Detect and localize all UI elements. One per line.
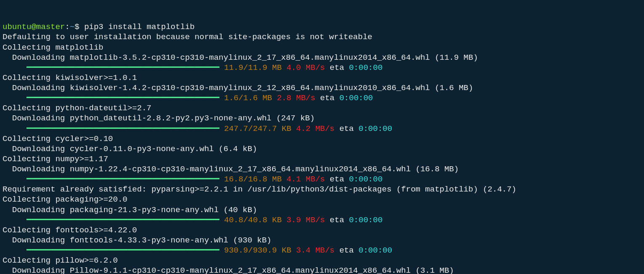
progress-line: ━━━━━━━━━━━━━━━━━━━━━━━━━━━━━━━━━━━━━━━━…	[3, 174, 641, 184]
progress-size: 930.9/930.9 KB	[224, 246, 291, 255]
progress-size: 40.8/40.8 KB	[224, 215, 282, 225]
eta-label: eta	[330, 215, 344, 225]
progress-line: ━━━━━━━━━━━━━━━━━━━━━━━━━━━━━━━━━━━━━━━━…	[3, 63, 641, 73]
output-line: Downloading numpy-1.22.4-cp310-cp310-man…	[3, 164, 641, 174]
progress-speed: 3.9 MB/s	[286, 215, 325, 225]
progress-line: ━━━━━━━━━━━━━━━━━━━━━━━━━━━━━━━━━━━━━━━━…	[3, 215, 641, 225]
progress-bar: ━━━━━━━━━━━━━━━━━━━━━━━━━━━━━━━━━━━━━━━━	[27, 246, 219, 255]
eta-label: eta	[320, 93, 334, 103]
output-line: Downloading cycler-0.11.0-py3-none-any.w…	[3, 144, 641, 154]
prompt-path: ~	[70, 22, 75, 32]
output-line: Collecting pillow>=6.2.0	[3, 255, 641, 266]
progress-line: ━━━━━━━━━━━━━━━━━━━━━━━━━━━━━━━━━━━━━━━━…	[3, 245, 641, 255]
output-line: Defaulting to user installation because …	[3, 32, 641, 42]
progress-bar: ━━━━━━━━━━━━━━━━━━━━━━━━━━━━━━━━━━━━━━━━	[27, 63, 219, 72]
output-line: Downloading Pillow-9.1.1-cp310-cp310-man…	[3, 266, 641, 274]
progress-speed: 4.1 MB/s	[286, 175, 325, 184]
terminal-output: ubuntu@master:~$ pip3 install matplotlib…	[3, 22, 641, 274]
progress-speed: 4.0 MB/s	[286, 63, 325, 72]
eta-value: 0:00:00	[358, 124, 392, 133]
output-line: Collecting numpy>=1.17	[3, 154, 641, 164]
eta-label: eta	[339, 246, 354, 255]
prompt-user: ubuntu	[3, 22, 31, 32]
progress-bar: ━━━━━━━━━━━━━━━━━━━━━━━━━━━━━━━━━━━━━━━━	[27, 93, 219, 103]
output-line: Collecting python-dateutil>=2.7	[3, 103, 641, 113]
output-line: Requirement already satisfied: pyparsing…	[3, 184, 641, 194]
progress-line: ━━━━━━━━━━━━━━━━━━━━━━━━━━━━━━━━━━━━━━━━…	[3, 124, 641, 134]
eta-label: eta	[330, 63, 344, 72]
progress-size: 247.7/247.7 KB	[224, 124, 291, 133]
eta-label: eta	[339, 124, 354, 133]
output-line: Collecting kiwisolver>=1.0.1	[3, 73, 641, 83]
eta-value: 0:00:00	[339, 93, 373, 103]
output-line: Downloading python_dateutil-2.8.2-py2.py…	[3, 113, 641, 123]
eta-value: 0:00:00	[349, 63, 382, 72]
progress-size: 11.9/11.9 MB	[224, 63, 282, 72]
eta-value: 0:00:00	[349, 175, 382, 184]
progress-size: 16.8/16.8 MB	[224, 175, 282, 184]
prompt-host: master	[36, 22, 65, 32]
prompt-dollar: $	[75, 22, 84, 32]
prompt-colon: :	[65, 22, 69, 32]
output-line: Collecting cycler>=0.10	[3, 134, 641, 144]
progress-bar: ━━━━━━━━━━━━━━━━━━━━━━━━━━━━━━━━━━━━━━━━	[27, 175, 219, 184]
progress-size: 1.6/1.6 MB	[224, 93, 272, 103]
command-text: pip3 install matplotlib	[84, 22, 195, 32]
output-line: Downloading matplotlib-3.5.2-cp310-cp310…	[3, 53, 641, 63]
output-line: Collecting fonttools>=4.22.0	[3, 225, 641, 235]
output-line: Downloading kiwisolver-1.4.2-cp310-cp310…	[3, 83, 641, 93]
output-line: Collecting matplotlib	[3, 43, 641, 53]
progress-line: ━━━━━━━━━━━━━━━━━━━━━━━━━━━━━━━━━━━━━━━━…	[3, 93, 641, 103]
eta-value: 0:00:00	[358, 246, 392, 255]
output-line: Downloading fonttools-4.33.3-py3-none-an…	[3, 235, 641, 245]
output-line: Collecting packaging>=20.0	[3, 194, 641, 205]
progress-speed: 2.8 MB/s	[277, 93, 315, 103]
progress-bar: ━━━━━━━━━━━━━━━━━━━━━━━━━━━━━━━━━━━━━━━━	[27, 215, 219, 225]
prompt-line[interactable]: ubuntu@master:~$ pip3 install matplotlib	[3, 22, 641, 32]
output-line: Downloading packaging-21.3-py3-none-any.…	[3, 205, 641, 215]
eta-label: eta	[330, 175, 344, 184]
progress-bar: ━━━━━━━━━━━━━━━━━━━━━━━━━━━━━━━━━━━━━━━━	[27, 124, 219, 133]
progress-speed: 4.2 MB/s	[296, 124, 334, 133]
progress-speed: 3.4 MB/s	[296, 246, 334, 255]
eta-value: 0:00:00	[349, 215, 382, 225]
prompt-at: @	[31, 22, 36, 32]
